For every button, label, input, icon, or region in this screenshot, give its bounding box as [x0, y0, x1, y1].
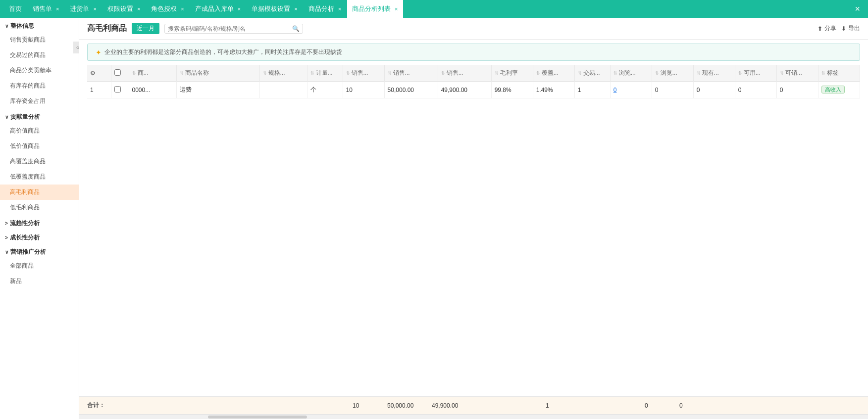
- sidebar-item-0-2[interactable]: 商品分类贡献率: [0, 63, 79, 78]
- top-navigation: 首页销售单×进货单×权限设置×角色授权×产成品入库单×单据模板设置×商品分析×商…: [0, 0, 868, 18]
- col-header-code[interactable]: ⇅商...: [129, 65, 176, 82]
- footer-cell-7: 50,000.00: [384, 402, 429, 409]
- col-sort-icon: ⇅: [578, 71, 582, 76]
- col-header-sales_qty[interactable]: ⇅销售...: [343, 65, 384, 82]
- cell-code: 0000...: [129, 82, 176, 98]
- info-icon: ✦: [96, 48, 102, 56]
- sidebar-collapse-button[interactable]: «: [73, 42, 79, 53]
- col-header-sales_amount[interactable]: ⇅销售...: [384, 65, 438, 82]
- col-header-gross_margin[interactable]: ⇅毛利率: [491, 65, 533, 82]
- cell-checkbox: [111, 82, 129, 98]
- horizontal-scrollbar[interactable]: [79, 414, 868, 419]
- arrow-icon: >: [5, 235, 8, 240]
- col-header-browse1[interactable]: ⇅浏览...: [610, 65, 652, 82]
- col-header-settings: ⚙: [87, 65, 111, 82]
- row-checkbox[interactable]: [114, 86, 121, 93]
- cell-saleable_stock: 0: [776, 82, 818, 98]
- cell-current_stock: 0: [693, 82, 735, 98]
- col-header-unit[interactable]: ⇅计量...: [307, 65, 343, 82]
- cell-trade: 1: [574, 82, 610, 98]
- nav-item-8[interactable]: 商品分析列表×: [347, 0, 403, 18]
- nav-close-3[interactable]: ×: [137, 6, 140, 12]
- export-button[interactable]: ⬇ 导出: [841, 24, 860, 33]
- sidebar-group-2[interactable]: >流趋性分析: [0, 215, 79, 230]
- col-header-trade[interactable]: ⇅交易...: [574, 65, 610, 82]
- nav-item-4[interactable]: 角色授权×: [146, 0, 189, 18]
- nav-close-6[interactable]: ×: [294, 6, 297, 12]
- header-actions: ⬆ 分享 ⬇ 导出: [817, 24, 860, 33]
- sidebar-item-4-0[interactable]: 全部商品: [0, 258, 79, 274]
- col-header-checkbox: [111, 65, 129, 82]
- cell-spec: [259, 82, 307, 98]
- search-box: 🔍: [164, 24, 303, 34]
- cell-gross_margin: 99.8%: [491, 82, 533, 98]
- col-header-spec[interactable]: ⇅规格...: [259, 65, 307, 82]
- sidebar-item-1-0[interactable]: 高价值商品: [0, 123, 79, 139]
- cell-browse1: 0: [610, 82, 652, 98]
- nav-item-3[interactable]: 权限设置×: [102, 0, 145, 18]
- filter-month-button[interactable]: 近一月: [132, 23, 159, 34]
- footer-cell-9: [473, 402, 508, 409]
- close-all-tabs-button[interactable]: ×: [851, 4, 864, 14]
- nav-item-2[interactable]: 进货单×: [65, 0, 101, 18]
- nav-item-5[interactable]: 产成品入库单×: [190, 0, 246, 18]
- cell-available_stock: 0: [735, 82, 776, 98]
- nav-item-1[interactable]: 销售单×: [28, 0, 64, 18]
- cell-coverage: 1.49%: [533, 82, 574, 98]
- sidebar-item-4-1[interactable]: 新品: [0, 274, 79, 289]
- search-input[interactable]: [168, 25, 290, 32]
- sidebar-item-0-1[interactable]: 交易过的商品: [0, 47, 79, 63]
- nav-close-5[interactable]: ×: [238, 6, 241, 12]
- nav-item-0[interactable]: 首页: [4, 0, 27, 18]
- cell-sales_amount: 50,000.00: [384, 82, 438, 98]
- nav-close-2[interactable]: ×: [93, 6, 96, 12]
- col-sort-icon: ⇅: [655, 71, 659, 76]
- info-banner: ✦ 企业的主要的利润都是这部分商品创造的，可考虑加大推广，同时关注库存是不要出现…: [87, 44, 860, 61]
- cell-browse2: 0: [652, 82, 693, 98]
- col-header-sales_cost[interactable]: ⇅销售...: [438, 65, 491, 82]
- content-header: 高毛利商品 近一月 🔍 ⬆ 分享 ⬇ 导出: [79, 18, 868, 40]
- col-header-name[interactable]: ⇅商品名称: [176, 65, 259, 82]
- tag-badge: 高收入: [821, 86, 845, 93]
- footer-cell-14: 0: [642, 402, 676, 409]
- col-header-current_stock[interactable]: ⇅现有...: [693, 65, 735, 82]
- sidebar-group-0[interactable]: ∨整体信息: [0, 18, 79, 32]
- col-sort-icon: ⇅: [132, 71, 136, 76]
- col-sort-icon: ⇅: [310, 71, 314, 76]
- col-header-saleable_stock[interactable]: ⇅可销...: [776, 65, 818, 82]
- footer-cell-16: [711, 402, 746, 409]
- browse1-link[interactable]: 0: [613, 87, 617, 93]
- footer-cell-11: 1: [543, 402, 572, 409]
- nav-close-4[interactable]: ×: [181, 6, 184, 12]
- sidebar-item-0-3[interactable]: 有库存的商品: [0, 78, 79, 93]
- cell-name: 运费: [176, 82, 259, 98]
- sidebar-item-1-4[interactable]: 高毛利商品: [0, 185, 79, 200]
- sidebar-group-4[interactable]: ∨营销推广分析: [0, 244, 79, 258]
- settings-icon[interactable]: ⚙: [90, 70, 96, 77]
- nav-close-7[interactable]: ×: [338, 6, 341, 12]
- sidebar-item-1-5[interactable]: 低毛利商品: [0, 200, 79, 215]
- col-header-tag[interactable]: ⇅标签: [818, 65, 860, 82]
- sidebar-item-0-4[interactable]: 库存资金占用: [0, 93, 79, 109]
- nav-item-6[interactable]: 单据模板设置×: [247, 0, 302, 18]
- select-all-checkbox[interactable]: [114, 69, 121, 76]
- scrollbar-thumb[interactable]: [208, 416, 307, 419]
- nav-close-1[interactable]: ×: [56, 6, 59, 12]
- table-row: 10000...运费个1050,000.0049,900.0099.8%1.49…: [87, 82, 860, 98]
- sidebar-item-0-0[interactable]: 销售贡献商品: [0, 32, 79, 47]
- search-icon[interactable]: 🔍: [292, 25, 300, 32]
- sidebar-item-1-1[interactable]: 低价值商品: [0, 139, 79, 154]
- sidebar-item-1-2[interactable]: 高覆盖度商品: [0, 154, 79, 169]
- nav-close-8[interactable]: ×: [395, 6, 398, 12]
- nav-item-7[interactable]: 商品分析×: [304, 0, 346, 18]
- share-button[interactable]: ⬆ 分享: [817, 24, 836, 33]
- col-header-available_stock[interactable]: ⇅可用...: [735, 65, 776, 82]
- footer-cell-3: [211, 402, 280, 409]
- col-header-browse2[interactable]: ⇅浏览...: [652, 65, 693, 82]
- sidebar-group-1[interactable]: ∨贡献量分析: [0, 109, 79, 123]
- sidebar-group-3[interactable]: >成长性分析: [0, 230, 79, 244]
- sidebar-item-1-3[interactable]: 低覆盖度商品: [0, 169, 79, 185]
- table-body: 10000...运费个1050,000.0049,900.0099.8%1.49…: [87, 82, 860, 98]
- col-header-coverage[interactable]: ⇅覆盖...: [533, 65, 574, 82]
- col-sort-icon: ⇅: [346, 71, 350, 76]
